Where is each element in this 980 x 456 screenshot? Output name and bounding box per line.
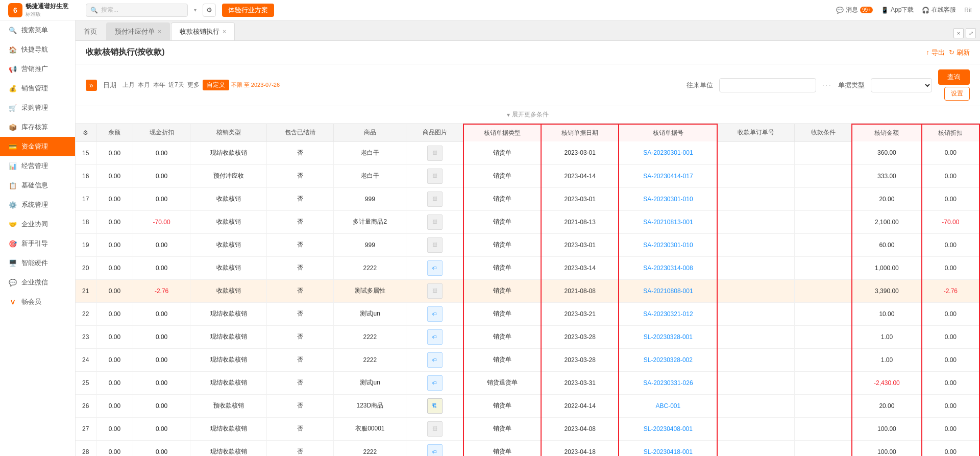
- row-doc-type: 销货单: [463, 302, 541, 325]
- tab-prepay[interactable]: 预付冲应付单 ×: [106, 22, 170, 40]
- row-goods-img: 🖼: [406, 417, 463, 440]
- row-doc-no[interactable]: SL-20230408-001: [619, 417, 717, 440]
- export-button[interactable]: ↑ 导出: [926, 48, 945, 57]
- date-opt-thisyear[interactable]: 本年: [153, 81, 165, 89]
- row-included: 否: [267, 348, 334, 371]
- expand-button[interactable]: »: [86, 80, 97, 91]
- table-row: 22 0.00 0.00 现结收款核销 否 测试jun 🏷 销货单 2023-0…: [76, 302, 979, 325]
- sidebar-item-marketing[interactable]: 📢 营销推广: [0, 59, 75, 79]
- online-service-button[interactable]: 🎧 在线客服: [922, 6, 956, 14]
- tab-writeoff-close[interactable]: ×: [223, 28, 226, 35]
- tab-prepay-close[interactable]: ×: [158, 28, 161, 35]
- sidebar-item-purchase[interactable]: 🛒 采购管理: [0, 98, 75, 117]
- row-goods-img: 🏷: [406, 302, 463, 325]
- row-doc-no[interactable]: SA-20230301-010: [619, 233, 717, 256]
- col-header-settings[interactable]: ⚙: [76, 124, 96, 141]
- row-receipt-order: [717, 233, 794, 256]
- goods-image: 🖼: [427, 237, 443, 253]
- table-row: 17 0.00 0.00 收款核销 否 999 🖼 销货单 2023-03-01…: [76, 187, 979, 210]
- window-expand-button[interactable]: ⤢: [966, 28, 976, 38]
- sidebar-item-finance[interactable]: 💳 资金管理: [0, 137, 75, 156]
- messages-button[interactable]: 💬 消息 99+: [836, 6, 873, 14]
- sidebar-item-basicinfo[interactable]: 📋 基础信息: [0, 176, 75, 195]
- sidebar-item-guide[interactable]: 🎯 新手引导: [0, 234, 75, 253]
- col-header-doc-type: 核销单据类型: [463, 124, 541, 141]
- filter-settings-button[interactable]: 设置: [944, 87, 970, 101]
- top-search-box[interactable]: 🔍 搜索...: [86, 4, 188, 17]
- settings-icon[interactable]: ⚙: [203, 4, 216, 17]
- col-header-doc-no: 核销单据号: [619, 124, 717, 141]
- row-doc-no[interactable]: SA-20230321-012: [619, 302, 717, 325]
- receipt-type-select[interactable]: [871, 78, 932, 92]
- solution-button[interactable]: 体验行业方案: [222, 4, 274, 17]
- date-opt-7days[interactable]: 近7天: [168, 81, 184, 89]
- row-doc-no[interactable]: SA-20230314-008: [619, 256, 717, 279]
- sidebar-item-operations[interactable]: 📊 经营管理: [0, 156, 75, 176]
- sidebar-item-inventory[interactable]: 📦 库存核算: [0, 117, 75, 137]
- sidebar-item-quicknav[interactable]: 🏠 快捷导航: [0, 40, 75, 59]
- row-receipt-order: [717, 210, 794, 233]
- row-writeoff-type: 现结收款核销: [190, 302, 266, 325]
- row-goods: 123D商品: [334, 394, 406, 417]
- row-discount: 0.00: [922, 394, 979, 417]
- user-name: Rit: [964, 7, 972, 14]
- row-no: 27: [76, 417, 96, 440]
- sidebar-item-collab[interactable]: 🤝 企业协同: [0, 214, 75, 234]
- date-opt-more[interactable]: 更多: [187, 81, 200, 89]
- row-doc-no[interactable]: SA-20230331-026: [619, 371, 717, 394]
- date-opt-lastmonth[interactable]: 上月: [122, 81, 135, 89]
- row-balance: 0.00: [96, 279, 133, 302]
- sidebar-item-wechat[interactable]: 💬 企业微信: [0, 273, 75, 292]
- sidebar-item-hardware[interactable]: 🖥️ 智能硬件: [0, 253, 75, 273]
- row-amount: 60.00: [852, 233, 922, 256]
- goods-image: 🏷: [427, 260, 443, 276]
- row-doc-no[interactable]: SA-20230414-017: [619, 164, 717, 187]
- col-header-amount: 核销金额: [852, 124, 922, 141]
- logo-text: 畅捷通谱好生意 标准版: [26, 2, 68, 18]
- row-writeoff-type: 收款核销: [190, 279, 266, 302]
- row-doc-date: 2022-04-14: [541, 394, 619, 417]
- refresh-button[interactable]: ↻ 刷新: [949, 48, 970, 57]
- row-doc-no[interactable]: SL-20230328-001: [619, 325, 717, 348]
- table-row: 19 0.00 0.00 收款核销 否 999 🖼 销货单 2023-03-01…: [76, 233, 979, 256]
- row-goods-img: 🏷: [406, 256, 463, 279]
- row-receipt-cond: [795, 164, 852, 187]
- row-doc-no[interactable]: SA-20210813-001: [619, 210, 717, 233]
- row-goods: 测试jun: [334, 302, 406, 325]
- date-options: 上月 本月 本年 近7天 更多 自定义: [122, 80, 229, 90]
- row-balance: 0.00: [96, 256, 133, 279]
- row-doc-date: 2023-03-01: [541, 233, 619, 256]
- counterpart-input[interactable]: [719, 78, 816, 92]
- goods-image: 🖼: [427, 191, 443, 207]
- row-receipt-cond: [795, 440, 852, 456]
- app-download-button[interactable]: 📱 App下载: [881, 6, 914, 14]
- query-button[interactable]: 查询: [938, 69, 970, 85]
- row-receipt-cond: [795, 187, 852, 210]
- row-goods-img: 🖼: [406, 187, 463, 210]
- date-opt-thismonth[interactable]: 本月: [138, 81, 150, 89]
- sidebar-item-system[interactable]: ⚙️ 系统管理: [0, 195, 75, 214]
- sidebar-item-sales[interactable]: 💰 销售管理: [0, 79, 75, 98]
- row-included: 否: [267, 233, 334, 256]
- expand-more-button[interactable]: ▾ 展开更多条件: [76, 108, 980, 121]
- row-receipt-order: [717, 164, 794, 187]
- row-amount: -2,430.00: [852, 371, 922, 394]
- row-doc-no[interactable]: SA-20230301-010: [619, 187, 717, 210]
- row-doc-no[interactable]: SA-20230301-001: [619, 141, 717, 164]
- logo-area: 6 畅捷通谱好生意 标准版: [8, 2, 80, 18]
- tab-home[interactable]: 首页: [76, 23, 105, 40]
- search-dropdown-icon[interactable]: ▾: [194, 7, 197, 13]
- row-doc-no[interactable]: SL-20230328-002: [619, 348, 717, 371]
- row-doc-no[interactable]: ABC-001: [619, 394, 717, 417]
- row-doc-no[interactable]: SA-20210808-001: [619, 279, 717, 302]
- row-receipt-cond: [795, 279, 852, 302]
- sidebar-item-vip[interactable]: V 畅会员: [0, 292, 75, 311]
- window-close-button[interactable]: ×: [953, 28, 964, 38]
- row-doc-no[interactable]: SL-20230418-001: [619, 440, 717, 456]
- tab-writeoff[interactable]: 收款核销执行 ×: [171, 22, 235, 40]
- sidebar-item-search[interactable]: 🔍 搜索菜单: [0, 20, 75, 40]
- table-row: 20 0.00 0.00 收款核销 否 2222 🏷 销货单 2023-03-1…: [76, 256, 979, 279]
- sidebar: 🔍 搜索菜单 🏠 快捷导航 📢 营销推广 💰 销售管理 🛒 采购管理 📦 库存核…: [0, 20, 76, 456]
- date-custom-button[interactable]: 自定义: [203, 80, 229, 90]
- row-discount: 0.00: [922, 233, 979, 256]
